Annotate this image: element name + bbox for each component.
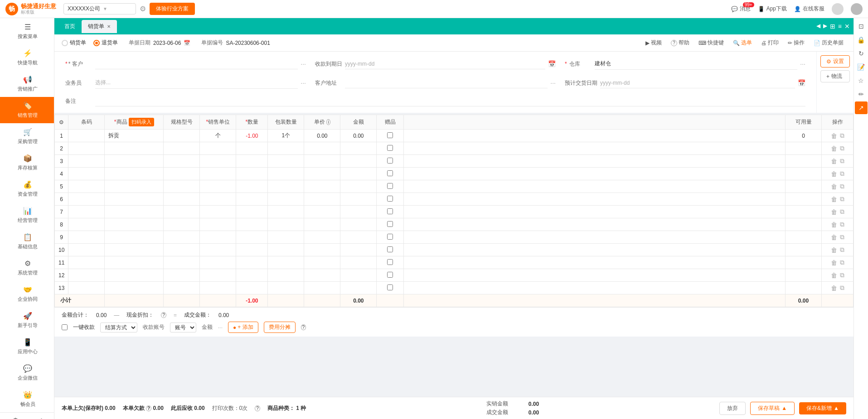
row-amount[interactable]	[340, 231, 377, 244]
row-product[interactable]	[105, 180, 164, 193]
row-pack-qty[interactable]	[268, 180, 304, 193]
row-barcode[interactable]	[68, 180, 105, 193]
row-qty[interactable]	[236, 231, 268, 244]
sidebar-item-wechat[interactable]: 💬 企业微信	[0, 360, 54, 386]
row-unit[interactable]	[200, 180, 236, 193]
row-barcode[interactable]	[68, 193, 105, 206]
row-unit[interactable]	[200, 142, 236, 155]
row-spec[interactable]	[164, 180, 200, 193]
row-remark[interactable]	[404, 231, 786, 244]
collapse-sidebar-icon[interactable]: ◀	[36, 416, 42, 419]
sidebar-item-member[interactable]: 👑 畅会员	[0, 386, 54, 412]
experience-button[interactable]: 体验行业方案	[150, 3, 195, 15]
settings-gear-icon[interactable]: ⚙	[12, 416, 19, 419]
row-product[interactable]	[105, 244, 164, 256]
row-qty[interactable]	[236, 244, 268, 256]
row-copy-icon[interactable]: ⧉	[840, 157, 844, 165]
row-unit[interactable]	[200, 269, 236, 282]
row-barcode[interactable]	[68, 256, 105, 269]
total-owe-info-icon[interactable]: ?	[146, 405, 151, 411]
customer-input[interactable]	[95, 59, 298, 69]
message-btn[interactable]: 💬 消息 99+	[731, 5, 751, 13]
row-unit-price[interactable]	[304, 168, 340, 180]
addr-more-icon[interactable]: ···	[550, 79, 556, 87]
payment-due-input[interactable]: yyyy-mm-dd	[345, 59, 545, 69]
fee-split-button[interactable]: 费用分摊	[264, 322, 296, 333]
fee-split-info-icon[interactable]: ?	[301, 324, 306, 330]
tab-prev-icon[interactable]: ◀	[816, 23, 820, 30]
logistics-button[interactable]: + 物流	[820, 70, 850, 82]
row-amount[interactable]	[340, 206, 377, 218]
row-copy-icon[interactable]: ⧉	[840, 221, 844, 228]
row-amount[interactable]	[340, 244, 377, 256]
row-barcode[interactable]	[68, 155, 105, 168]
row-unit[interactable]	[200, 155, 236, 168]
row-gift[interactable]	[377, 269, 404, 282]
row-pack-qty[interactable]	[268, 168, 304, 180]
row-delete-icon[interactable]: 🗑	[831, 246, 837, 254]
row-copy-icon[interactable]: ⧉	[840, 132, 844, 140]
row-delete-icon[interactable]: 🗑	[831, 196, 837, 203]
sidebar-item-sys[interactable]: ⚙ 系统管理	[0, 255, 54, 281]
row-copy-icon[interactable]: ⧉	[840, 195, 844, 203]
row-unit-price[interactable]	[304, 142, 340, 155]
row-amount[interactable]	[340, 180, 377, 193]
row-barcode[interactable]	[68, 244, 105, 256]
row-remark[interactable]	[404, 193, 786, 206]
row-pack-qty[interactable]: 1个	[268, 130, 304, 142]
row-amount[interactable]	[340, 256, 377, 269]
account-select[interactable]: 账号	[170, 323, 196, 332]
row-gift[interactable]	[377, 244, 404, 256]
customer-more-icon[interactable]: ···	[301, 60, 306, 67]
row-delete-icon[interactable]: 🗑	[831, 221, 837, 228]
row-unit-price[interactable]	[304, 206, 340, 218]
shortcut-btn[interactable]: ⌨ 快捷键	[696, 38, 727, 48]
col-settings[interactable]: ⚙	[55, 115, 68, 130]
salesperson-input[interactable]: 选择...	[95, 77, 298, 89]
sidebar-item-purchase-mgmt[interactable]: 🛒 采购管理	[0, 123, 54, 149]
avatar-2[interactable]	[851, 3, 863, 15]
row-qty[interactable]	[236, 180, 268, 193]
discard-button[interactable]: 放弃	[719, 402, 746, 415]
sidebar-item-quick-nav[interactable]: ⚡ 快捷导航	[0, 44, 54, 71]
warehouse-more-icon[interactable]: ···	[800, 60, 805, 67]
save-draft-button[interactable]: 保存草稿 ▲	[750, 402, 795, 415]
row-gift[interactable]	[377, 168, 404, 180]
row-product[interactable]: 拆贡	[105, 130, 164, 142]
row-spec[interactable]	[164, 168, 200, 180]
tab-close-icon[interactable]: ✕	[107, 24, 111, 29]
row-qty[interactable]	[236, 155, 268, 168]
row-gift[interactable]	[377, 142, 404, 155]
row-barcode[interactable]	[68, 231, 105, 244]
row-qty[interactable]	[236, 142, 268, 155]
row-remark[interactable]	[404, 256, 786, 269]
save-new-button[interactable]: 保存&新增 ▲	[799, 402, 846, 414]
row-barcode[interactable]	[68, 206, 105, 218]
row-spec[interactable]	[164, 231, 200, 244]
row-gift[interactable]	[377, 193, 404, 206]
row-gift[interactable]	[377, 130, 404, 142]
row-unit[interactable]: 个	[200, 130, 236, 142]
sidebar-item-search-order[interactable]: ☰ 搜索菜单	[0, 18, 54, 44]
row-delete-icon[interactable]: 🗑	[831, 272, 837, 279]
row-gift[interactable]	[377, 155, 404, 168]
gear-icon[interactable]: ⚙	[140, 5, 146, 13]
row-remark[interactable]	[404, 269, 786, 282]
customer-addr-input[interactable]	[345, 78, 548, 88]
row-unit[interactable]	[200, 231, 236, 244]
row-spec[interactable]	[164, 269, 200, 282]
settlement-method-select[interactable]: 结算方式	[100, 323, 137, 332]
sidebar-item-ops[interactable]: 📊 经营管理	[0, 202, 54, 228]
row-qty[interactable]: -1.00	[236, 130, 268, 142]
history-btn[interactable]: 📄 历史单据	[811, 38, 846, 48]
row-qty[interactable]	[236, 256, 268, 269]
row-barcode[interactable]	[68, 130, 105, 142]
operation-btn[interactable]: ✏ 操作	[785, 38, 807, 48]
row-product[interactable]	[105, 256, 164, 269]
row-pack-qty[interactable]	[268, 244, 304, 256]
row-delete-icon[interactable]: 🗑	[831, 170, 837, 178]
row-unit[interactable]	[200, 206, 236, 218]
discount-info-icon[interactable]: ?	[161, 312, 166, 318]
row-product[interactable]	[105, 193, 164, 206]
row-amount[interactable]	[340, 155, 377, 168]
